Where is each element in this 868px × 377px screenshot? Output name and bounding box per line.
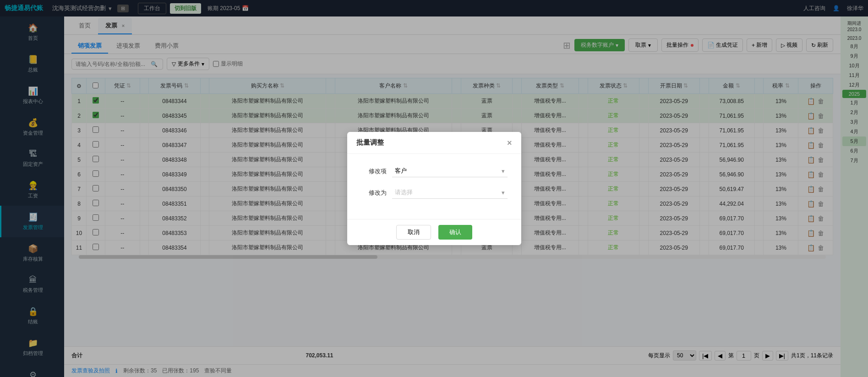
modify-to-label: 修改为 <box>361 189 387 197</box>
modify-to-select[interactable]: 请选择 ▾ <box>392 186 508 199</box>
modal-overlay[interactable]: 批量调整 × 修改项 客户 ▾ 修改为 请选择 ▾ 取消 确认 <box>0 0 868 377</box>
form-row-modify-to: 修改为 请选择 ▾ <box>361 186 508 199</box>
modal-title: 批量调整 <box>356 138 384 147</box>
modal-body: 修改项 客户 ▾ 修改为 请选择 ▾ <box>347 154 521 219</box>
modify-to-placeholder: 请选择 <box>395 188 413 197</box>
modal-cancel-btn[interactable]: 取消 <box>396 225 431 240</box>
modal-footer: 取消 确认 <box>347 219 521 245</box>
modal-confirm-btn[interactable]: 确认 <box>438 225 472 240</box>
modify-item-value: 客户 <box>395 167 407 175</box>
modify-item-dropdown-icon: ▾ <box>502 168 505 175</box>
batch-adjust-modal: 批量调整 × 修改项 客户 ▾ 修改为 请选择 ▾ 取消 确认 <box>347 132 521 245</box>
modal-close-btn[interactable]: × <box>507 139 512 147</box>
modal-header: 批量调整 × <box>347 132 521 154</box>
modify-item-label: 修改项 <box>361 167 387 175</box>
modify-item-select[interactable]: 客户 ▾ <box>392 165 508 177</box>
form-row-modify-item: 修改项 客户 ▾ <box>361 165 508 177</box>
modify-to-dropdown-icon: ▾ <box>502 189 505 196</box>
